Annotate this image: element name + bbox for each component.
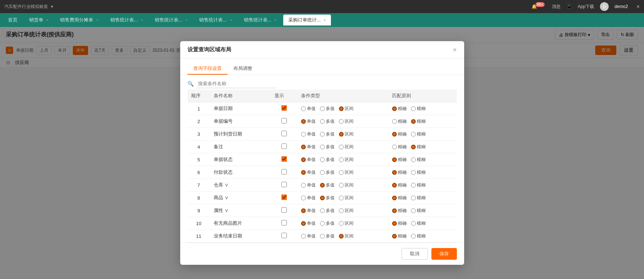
row-type-multi[interactable]: 多值 <box>320 233 335 239</box>
row-rule-fuzzy[interactable]: 模糊 <box>411 233 426 239</box>
row-show-cell <box>271 153 297 166</box>
row-rule-exact[interactable]: 精确 <box>392 195 407 201</box>
tab-6[interactable]: 销售统计表... × <box>239 15 282 25</box>
row-show-checkbox[interactable] <box>281 182 287 187</box>
row-type-range[interactable]: 区间 <box>339 106 353 112</box>
row-type-range[interactable]: 区间 <box>339 233 353 239</box>
tab-sales-cost-close[interactable]: × <box>96 18 98 22</box>
avatar[interactable]: D <box>600 2 609 11</box>
th-rule: 匹配原则 <box>388 90 457 102</box>
row-type-range[interactable]: 区间 <box>339 157 353 163</box>
row-show-checkbox[interactable] <box>281 220 287 225</box>
row-type-single[interactable]: 单值 <box>301 182 316 188</box>
row-type-multi[interactable]: 多值 <box>320 157 335 163</box>
row-show-checkbox[interactable] <box>281 131 287 136</box>
row-type-multi[interactable]: 多值 <box>320 106 335 112</box>
row-show-checkbox[interactable] <box>281 156 287 162</box>
tab-purchase-stats-close[interactable]: × <box>324 18 326 22</box>
row-rule-fuzzy[interactable]: 模糊 <box>411 208 426 214</box>
row-rule-exact[interactable]: 精确 <box>392 131 407 137</box>
row-show-checkbox[interactable] <box>281 233 287 238</box>
row-type-single[interactable]: 单值 <box>301 195 316 201</box>
user-name[interactable]: demo2 <box>615 4 628 9</box>
row-rule-fuzzy[interactable]: 模糊 <box>411 131 426 137</box>
notification-icon[interactable]: 🔔99+ <box>532 4 546 9</box>
row-type-range[interactable]: 区间 <box>339 144 353 150</box>
row-type-multi[interactable]: 多值 <box>320 195 335 201</box>
row-rule-exact[interactable]: 精确 <box>392 208 407 214</box>
row-type-single[interactable]: 单值 <box>301 233 316 239</box>
row-type-range[interactable]: 区间 <box>339 195 353 201</box>
row-rule-fuzzy[interactable]: 模糊 <box>411 169 426 176</box>
row-type-single[interactable]: 单值 <box>301 157 316 163</box>
row-type-single[interactable]: 单值 <box>301 208 316 214</box>
save-button[interactable]: 保存 <box>431 248 457 260</box>
tab-6-close[interactable]: × <box>274 18 277 22</box>
row-show-checkbox[interactable] <box>281 105 287 111</box>
cancel-button[interactable]: 取消 <box>402 248 428 260</box>
row-show-checkbox[interactable] <box>281 194 287 200</box>
row-type-single[interactable]: 单值 <box>301 220 316 227</box>
row-type-range[interactable]: 区间 <box>339 182 353 188</box>
row-type-single[interactable]: 单值 <box>301 131 316 137</box>
row-type-range[interactable]: 区间 <box>339 131 353 137</box>
row-type-multi[interactable]: 多值 <box>320 208 335 214</box>
download-icon[interactable]: 📱 <box>566 4 572 9</box>
row-type-single[interactable]: 单值 <box>301 144 316 150</box>
row-type-cell: 单值多值区间 <box>297 192 388 204</box>
row-rule-fuzzy[interactable]: 模糊 <box>411 118 426 125</box>
row-type-range[interactable]: 区间 <box>339 118 353 125</box>
tab-layout-adjust[interactable]: 布局调整 <box>228 63 258 75</box>
row-rule-fuzzy[interactable]: 模糊 <box>411 144 426 150</box>
tab-4-close[interactable]: × <box>185 18 187 22</box>
row-show-checkbox[interactable] <box>281 169 287 174</box>
row-type-range[interactable]: 区间 <box>339 169 353 176</box>
row-show-checkbox[interactable] <box>281 207 287 213</box>
modal-close-button[interactable]: × <box>453 47 457 53</box>
row-rule-exact[interactable]: 精确 <box>392 220 407 227</box>
row-rule-fuzzy[interactable]: 模糊 <box>411 106 426 112</box>
tab-sales-cost[interactable]: 销售费用分摊单 × <box>55 15 103 25</box>
tab-5[interactable]: 销售统计表... × <box>194 15 237 25</box>
row-rule-exact[interactable]: 精确 <box>392 233 407 239</box>
tab-3-label: 销售统计表... <box>110 17 138 23</box>
row-rule-exact[interactable]: 精确 <box>392 118 407 125</box>
row-type-single[interactable]: 单值 <box>301 169 316 176</box>
row-rule-fuzzy[interactable]: 模糊 <box>411 195 426 201</box>
row-rule-exact[interactable]: 精确 <box>392 182 407 188</box>
row-rule-exact[interactable]: 精确 <box>392 169 407 176</box>
row-type-range[interactable]: 区间 <box>339 220 353 227</box>
row-condition-name: 业务结束日期 <box>210 230 271 243</box>
tab-sales-order-close[interactable]: × <box>46 18 48 22</box>
row-type-single[interactable]: 单值 <box>301 106 316 112</box>
row-type-multi[interactable]: 多值 <box>320 220 335 227</box>
tab-sales-order[interactable]: 销货单 × <box>24 15 54 25</box>
tab-3[interactable]: 销售统计表... × <box>105 15 148 25</box>
dropdown-arrow[interactable]: ▾ <box>51 4 53 9</box>
tab-home[interactable]: 首页 <box>3 15 23 25</box>
row-rule-exact[interactable]: 精确 <box>392 106 407 112</box>
row-type-single[interactable]: 单值 <box>301 118 316 125</box>
search-input[interactable] <box>196 79 276 88</box>
tab-purchase-stats[interactable]: 采购订单统计... × <box>283 15 331 25</box>
topbar-close-button[interactable]: × <box>637 4 640 9</box>
notification-label[interactable]: 消息 <box>552 4 561 10</box>
row-rule-exact[interactable]: 精确 <box>392 144 407 150</box>
row-type-multi[interactable]: 多值 <box>320 169 335 176</box>
tab-4[interactable]: 销售统计表... × <box>150 15 193 25</box>
row-type-multi[interactable]: 多值 <box>320 131 335 137</box>
row-type-range[interactable]: 区间 <box>339 208 353 214</box>
row-rule-fuzzy[interactable]: 模糊 <box>411 157 426 163</box>
row-type-multi[interactable]: 多值 <box>320 118 335 125</box>
row-type-multi[interactable]: 多值 <box>320 182 335 188</box>
row-rule-fuzzy[interactable]: 模糊 <box>411 182 426 188</box>
tab-5-close[interactable]: × <box>230 18 232 22</box>
download-label[interactable]: App下载 <box>578 4 594 10</box>
row-rule-exact[interactable]: 精确 <box>392 157 407 163</box>
tab-query-fields[interactable]: 查询字段设置 <box>187 63 228 75</box>
row-type-multi[interactable]: 多值 <box>320 144 335 150</box>
row-show-checkbox[interactable] <box>281 144 287 149</box>
row-show-checkbox[interactable] <box>281 118 287 123</box>
row-rule-fuzzy[interactable]: 模糊 <box>411 220 426 227</box>
tab-3-close[interactable]: × <box>141 18 143 22</box>
